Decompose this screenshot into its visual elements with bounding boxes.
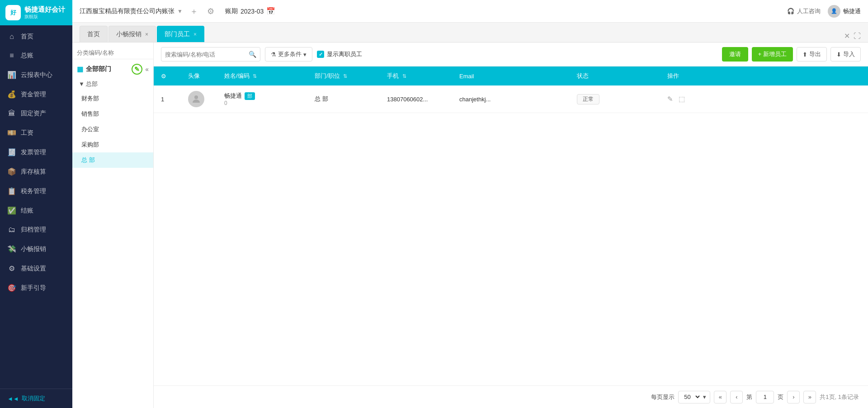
first-page-button[interactable]: « [714, 391, 726, 403]
row-phone: 13807060602... [380, 85, 452, 113]
unpin-button[interactable]: ◄◄ 取消固定 [0, 389, 72, 408]
tab-expense-label: 小畅报销 [116, 30, 142, 38]
sidebar-item-reports[interactable]: 📊 云报表中心 [0, 65, 72, 85]
page-di-label: 第 [746, 393, 752, 401]
sidebar-item-expense[interactable]: 💸 小畅报销 [0, 239, 72, 259]
employee-toolbar-right: 邀请 + 新增员工 ⬆ 导出 ⬇ 导入 [722, 47, 861, 62]
person-icon [191, 94, 202, 104]
sidebar-item-tax[interactable]: 📋 税务管理 [0, 181, 72, 201]
sidebar: 好 畅捷通好会计 旗舰版 ⌂ 首页 ≡ 总账 📊 云报表中心 💰 资金管理 🏛 … [0, 0, 72, 408]
invite-button[interactable]: 邀请 [722, 47, 748, 62]
sidebar-item-finance[interactable]: 💰 资金管理 [0, 85, 72, 104]
last-page-button[interactable]: » [803, 391, 816, 403]
status-badge: 正常 [577, 94, 599, 104]
dept-item-office[interactable]: 办公室 [72, 122, 153, 137]
employee-name: 畅捷通 [224, 92, 242, 100]
row-index: 1 [154, 85, 181, 113]
company-settings-icon[interactable]: ⚙ [205, 6, 216, 16]
tab-employees[interactable]: 部门员工 × [157, 26, 204, 42]
tab-home[interactable]: 首页 [80, 26, 108, 42]
pagination: 每页显示 50 100 200 ▾ « ‹ 第 页 › » 共1页, 1条记录 [154, 385, 868, 408]
row-status: 正常 [570, 85, 660, 113]
dept-item-headquarter-parent[interactable]: ▼ 总部 [72, 77, 153, 91]
period-selector[interactable]: 账期 2023-03 📅 [225, 7, 275, 15]
sidebar-item-archive[interactable]: 🗂 归档管理 [0, 220, 72, 239]
prev-page-button[interactable]: ‹ [730, 391, 743, 403]
employee-search-input[interactable] [165, 51, 246, 58]
unpin-icon: ◄◄ [7, 395, 19, 402]
topbar: 江西服宝精品有限责任公司内账张 ▼ ＋ ⚙ 账期 2023-03 📅 🎧 人工咨… [72, 0, 868, 23]
sidebar-item-label: 总账 [21, 52, 33, 60]
settings-icon: ⚙ [7, 264, 16, 273]
page-size-dropdown-icon: ▾ [703, 394, 706, 400]
col-dept[interactable]: 部门/职位 ⇅ [307, 66, 380, 85]
sidebar-item-settings[interactable]: ⚙ 基础设置 [0, 259, 72, 278]
period-value: 2023-03 [241, 8, 264, 15]
employee-search-bar: 🔍 [161, 47, 260, 62]
row-actions: ✎ ⬚ [660, 85, 868, 113]
export-button[interactable]: ⬆ 导出 [797, 47, 827, 62]
company-selector[interactable]: 江西服宝精品有限责任公司内账张 ▼ [80, 7, 183, 15]
sidebar-item-assets[interactable]: 🏛 固定资产 [0, 104, 72, 123]
reports-icon: 📊 [7, 71, 16, 79]
dept-search-input[interactable] [77, 49, 153, 56]
dept-item-procurement[interactable]: 采购部 [72, 137, 153, 152]
tab-employees-close[interactable]: × [193, 31, 197, 38]
tab-expense[interactable]: 小畅报销 × [108, 26, 156, 42]
page-number-input[interactable] [756, 391, 774, 403]
col-avatar: 头像 [181, 66, 217, 85]
sidebar-item-label: 云报表中心 [21, 71, 52, 79]
sidebar-item-label: 首页 [21, 33, 33, 41]
next-page-button[interactable]: › [787, 391, 800, 403]
col-actions: 操作 [660, 66, 868, 85]
import-button[interactable]: ⬇ 导入 [830, 47, 861, 62]
filter-button[interactable]: ⚗ 更多条件 ▾ [265, 47, 312, 62]
table-row: 1 [154, 85, 868, 113]
show-resigned-label: 显示离职员工 [327, 50, 362, 58]
app-version: 旗舰版 [24, 14, 65, 20]
sidebar-item-salary[interactable]: 💴 工资 [0, 123, 72, 142]
sidebar-item-label: 库存核算 [21, 168, 46, 176]
close-all-tabs-button[interactable]: ✕ [844, 32, 850, 40]
tree-header-actions: ✎ « [132, 64, 149, 75]
dept-item-sales[interactable]: 销售部 [72, 106, 153, 122]
employee-search-icon[interactable]: 🔍 [249, 51, 256, 58]
dept-root-label[interactable]: 全部部门 [86, 65, 111, 73]
dept-tree-collapse[interactable]: « [145, 66, 149, 73]
edit-employee-button[interactable]: ✎ [667, 95, 673, 103]
col-name[interactable]: 姓名/编码 ⇅ [217, 66, 307, 85]
sidebar-item-guide[interactable]: 🎯 新手引导 [0, 278, 72, 298]
tabs-bar: 首页 小畅报销 × 部门员工 × ✕ ⛶ [72, 23, 868, 43]
col-index: ⚙ [154, 66, 181, 85]
expense-icon: 💸 [7, 245, 16, 253]
page-size-selector[interactable]: 50 100 200 ▾ [678, 391, 710, 403]
add-company-button[interactable]: ＋ [188, 6, 200, 17]
employee-avatar [188, 91, 204, 107]
dept-add-button[interactable]: ✎ [132, 64, 142, 75]
col-status: 状态 [570, 66, 660, 85]
dept-item-finance[interactable]: 财务部 [72, 91, 153, 106]
sidebar-item-closeaccount[interactable]: ✅ 结账 [0, 201, 72, 220]
guide-icon: 🎯 [7, 284, 16, 292]
settings-col-icon[interactable]: ⚙ [161, 73, 166, 80]
sidebar-item-ledger[interactable]: ≡ 总账 [0, 46, 72, 65]
tabs-right-buttons: ✕ ⛶ [844, 32, 861, 42]
sidebar-item-invoice[interactable]: 🧾 发票管理 [0, 142, 72, 162]
sidebar-item-home[interactable]: ⌂ 首页 [0, 27, 72, 46]
page-size-select[interactable]: 50 100 200 [682, 393, 701, 401]
col-phone[interactable]: 手机 ⇅ [380, 66, 452, 85]
dept-item-headquarter[interactable]: 总 部 [72, 152, 153, 168]
sidebar-item-label: 归档管理 [21, 226, 46, 234]
add-employee-button[interactable]: + 新增员工 [752, 47, 793, 62]
show-resigned-checkbox[interactable] [317, 51, 324, 58]
sidebar-item-inventory[interactable]: 📦 库存核算 [0, 162, 72, 181]
salary-icon: 💴 [7, 128, 16, 137]
expand-tabs-button[interactable]: ⛶ [854, 32, 861, 40]
tab-expense-close[interactable]: × [145, 31, 148, 38]
sidebar-item-label: 税务管理 [21, 187, 46, 195]
employee-dept-badge: 部 [245, 92, 255, 100]
support-button[interactable]: 🎧 人工咨询 [787, 7, 821, 15]
logout-employee-button[interactable]: ⬚ [679, 95, 685, 103]
topbar-right: 🎧 人工咨询 👤 畅捷通 [787, 5, 861, 18]
user-menu[interactable]: 👤 畅捷通 [828, 5, 861, 18]
